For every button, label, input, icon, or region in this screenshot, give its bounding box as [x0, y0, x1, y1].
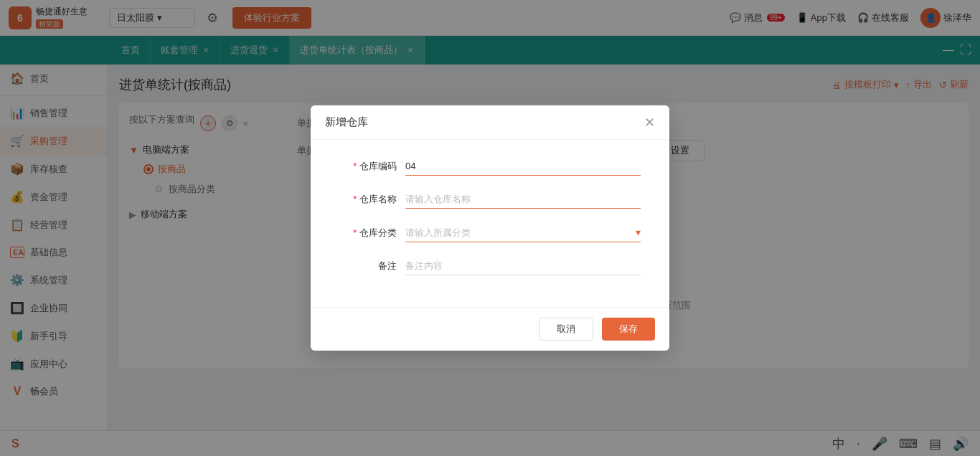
form-row-code: 仓库编码 [339, 157, 641, 176]
form-row-name: 仓库名称 [339, 190, 641, 209]
modal-header: 新增仓库 ✕ [311, 105, 669, 140]
cancel-button[interactable]: 取消 [539, 318, 593, 341]
save-button[interactable]: 保存 [602, 318, 655, 341]
modal-body: 仓库编码 仓库名称 仓库分类 ▾ 备注 [311, 140, 669, 307]
warehouse-category-select-wrap[interactable]: ▾ [405, 223, 641, 242]
warehouse-category-input[interactable] [405, 227, 636, 238]
warehouse-code-label: 仓库编码 [339, 160, 397, 173]
modal-new-warehouse: 新增仓库 ✕ 仓库编码 仓库名称 仓库分类 ▾ 备注 [311, 105, 669, 351]
modal-close-button[interactable]: ✕ [644, 116, 655, 129]
warehouse-remark-label: 备注 [339, 260, 397, 272]
modal-footer: 取消 保存 [311, 307, 669, 351]
warehouse-category-label: 仓库分类 [339, 227, 397, 239]
warehouse-remark-input[interactable] [405, 257, 641, 275]
category-chevron-icon: ▾ [636, 227, 641, 238]
modal-title: 新增仓库 [325, 115, 368, 129]
warehouse-name-input[interactable] [405, 190, 641, 209]
modal-overlay[interactable]: 新增仓库 ✕ 仓库编码 仓库名称 仓库分类 ▾ 备注 [0, 0, 980, 456]
warehouse-name-label: 仓库名称 [339, 193, 397, 206]
form-row-category: 仓库分类 ▾ [339, 223, 641, 242]
form-row-remark: 备注 [339, 257, 641, 275]
warehouse-code-input[interactable] [405, 157, 641, 176]
